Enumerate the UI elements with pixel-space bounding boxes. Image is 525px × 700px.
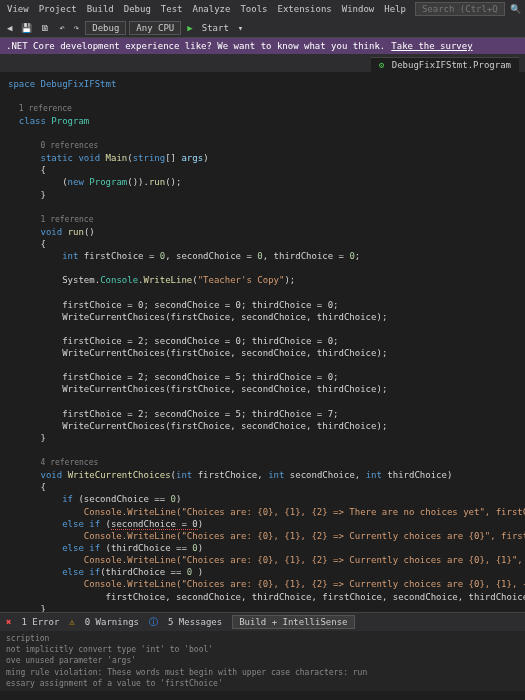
tab-label: DebugFixIFStmt.Program xyxy=(392,60,511,70)
error-icon: ✖ xyxy=(6,617,11,627)
survey-link[interactable]: Take the survey xyxy=(391,41,472,51)
undo-icon[interactable]: ↶ xyxy=(56,22,67,34)
start-button[interactable]: Start xyxy=(199,22,232,34)
codelens-ref[interactable]: 1 reference xyxy=(19,104,72,113)
code-editor[interactable]: space DebugFixIFStmt 1 reference class P… xyxy=(0,72,525,612)
code-line: WriteCurrentChoices(firstChoice, secondC… xyxy=(62,421,387,431)
search-icon[interactable]: 🔍 xyxy=(505,4,525,14)
menu-window[interactable]: Window xyxy=(337,4,380,14)
code-line: firstChoice, secondChoice, thirdChoice, … xyxy=(106,592,525,602)
error-list-item[interactable]: not implicitly convert type 'int' to 'bo… xyxy=(6,644,519,655)
error-list-item[interactable]: ming rule violation: These words must be… xyxy=(6,667,519,678)
codelens-ref[interactable]: 1 reference xyxy=(41,215,94,224)
platform-dropdown[interactable]: Any CPU xyxy=(129,21,181,35)
code-line: Console.WriteLine("Choices are: {0}, {1}… xyxy=(84,555,525,565)
build-filter-dropdown[interactable]: Build + IntelliSense xyxy=(232,615,354,629)
menu-analyze[interactable]: Analyze xyxy=(188,4,236,14)
codelens-ref[interactable]: 4 references xyxy=(41,458,99,467)
code-line: Console.WriteLine("Choices are: {0}, {1}… xyxy=(84,507,525,517)
nav-back-icon[interactable]: ◀ xyxy=(4,22,15,34)
code-line: firstChoice = 0; secondChoice = 0; third… xyxy=(62,300,338,310)
menu-help[interactable]: Help xyxy=(379,4,411,14)
error-list[interactable]: scription not implicitly convert type 'i… xyxy=(0,631,525,691)
code-line: WriteCurrentChoices(firstChoice, secondC… xyxy=(62,348,387,358)
code-line: Console.WriteLine("Choices are: {0}, {1}… xyxy=(84,579,525,589)
redo-icon[interactable]: ↷ xyxy=(71,22,82,34)
error-summary-bar: ✖ 1 Error ⚠ 0 Warnings ⓘ 5 Messages Buil… xyxy=(0,612,525,631)
code-line: firstChoice = 2; secondChoice = 5; third… xyxy=(62,372,338,382)
editor-tab[interactable]: ⚙ DebugFixIFStmt.Program xyxy=(371,57,519,72)
namespace-line: space DebugFixIFStmt xyxy=(8,79,116,89)
warning-icon: ⚠ xyxy=(69,617,74,627)
error-list-item[interactable]: essary assignment of a value to 'firstCh… xyxy=(6,678,519,689)
code-line: Console.WriteLine("Choices are: {0}, {1}… xyxy=(84,531,525,541)
code-line: WriteCurrentChoices(firstChoice, secondC… xyxy=(62,312,387,322)
menu-test[interactable]: Test xyxy=(156,4,188,14)
info-icon: ⓘ xyxy=(149,616,158,629)
menu-bar: View Project Build Debug Test Analyze To… xyxy=(0,0,525,18)
save-icon[interactable]: 💾 xyxy=(18,22,35,34)
code-line: firstChoice = 2; secondChoice = 0; third… xyxy=(62,336,338,346)
code-line: WriteCurrentChoices(firstChoice, secondC… xyxy=(62,384,387,394)
error-list-header: scription xyxy=(6,633,519,644)
warning-count[interactable]: 0 Warnings xyxy=(85,617,139,627)
menu-project[interactable]: Project xyxy=(34,4,82,14)
save-all-icon[interactable]: 🗎 xyxy=(38,22,53,34)
menu-view[interactable]: View xyxy=(2,4,34,14)
error-list-item[interactable]: ove unused parameter 'args' xyxy=(6,655,519,666)
survey-banner: .NET Core development experience like? W… xyxy=(0,38,525,54)
toolbar: ◀ 💾 🗎 ↶ ↷ Debug Any CPU ▶ Start ▾ xyxy=(0,18,525,38)
csharp-icon: ⚙ xyxy=(379,60,384,70)
tab-bar: ⚙ DebugFixIFStmt.Program xyxy=(0,54,525,72)
chevron-down-icon[interactable]: ▾ xyxy=(235,22,246,34)
codelens-ref[interactable]: 0 references xyxy=(41,141,99,150)
menu-build[interactable]: Build xyxy=(82,4,119,14)
error-count[interactable]: 1 Error xyxy=(21,617,59,627)
play-icon[interactable]: ▶ xyxy=(184,22,195,34)
search-input[interactable] xyxy=(415,2,505,16)
menu-tools[interactable]: Tools xyxy=(235,4,272,14)
code-line: firstChoice = 2; secondChoice = 5; third… xyxy=(62,409,338,419)
menu-debug[interactable]: Debug xyxy=(119,4,156,14)
survey-text: .NET Core development experience like? W… xyxy=(6,41,385,51)
message-count[interactable]: 5 Messages xyxy=(168,617,222,627)
menu-extensions[interactable]: Extensions xyxy=(273,4,337,14)
config-dropdown[interactable]: Debug xyxy=(85,21,126,35)
